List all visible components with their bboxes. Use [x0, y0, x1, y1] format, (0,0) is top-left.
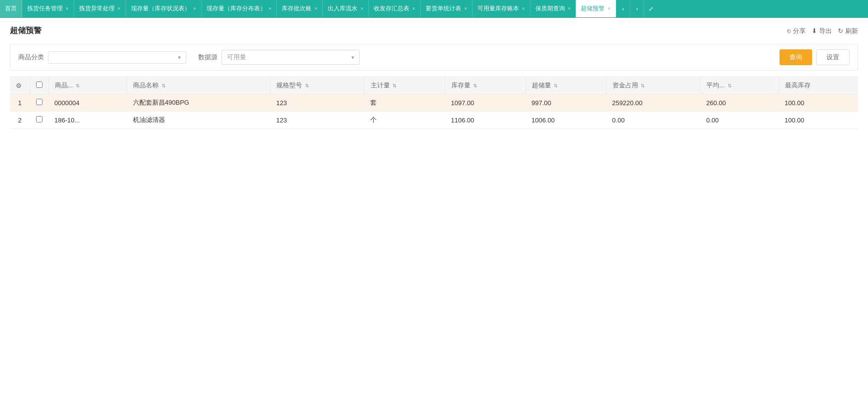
nav-tab-abnormal-label: 拣货异常处理	[79, 4, 115, 13]
nav-tab-stock-dist[interactable]: 现存量（库存分布表） ×	[202, 0, 277, 17]
nav-tab-home-label: 首页	[5, 4, 17, 13]
data-table: ⚙ 商品... ⇅ 商品名称 ⇅ 规格型号 ⇅ 主计量	[10, 77, 858, 129]
category-select[interactable]: ▾	[48, 51, 186, 64]
sort-icon: ⇅	[162, 83, 166, 88]
close-icon[interactable]: ×	[314, 6, 317, 11]
nav-arrow-expand[interactable]: ⤢	[644, 0, 657, 17]
row-stock: 1106.00	[445, 112, 525, 129]
gear-icon: ⚙	[16, 82, 22, 89]
sort-icon: ⇅	[305, 83, 309, 88]
filter-row: 商品分类 ▾ 数据源 可用量 ▾ 查询 设置	[10, 44, 858, 71]
row-capital: 259220.00	[606, 94, 700, 112]
close-icon[interactable]: ×	[360, 6, 363, 11]
col-product-name-label: 商品名称	[133, 81, 159, 89]
nav-tab-available[interactable]: 可用量库存账本 ×	[473, 0, 530, 17]
row-capital: 0.00	[606, 112, 700, 129]
nav-tab-stock-status-label: 现存量（库存状况表）	[131, 4, 190, 13]
nav-tab-collect[interactable]: 收发存汇总表 ×	[369, 0, 421, 17]
nav-tab-overstock[interactable]: 超储预警 ×	[576, 0, 616, 17]
row-checkbox-cell[interactable]	[30, 112, 48, 129]
nav-arrow-right[interactable]: ›	[630, 0, 644, 17]
row-overstock: 997.00	[525, 94, 606, 112]
col-overstock-label: 超储量	[532, 81, 551, 89]
col-unit[interactable]: 主计量 ⇅	[364, 77, 445, 94]
close-icon[interactable]: ×	[522, 6, 525, 11]
row-number: 2	[10, 112, 30, 129]
row-checkbox-cell[interactable]	[30, 94, 48, 112]
nav-tab-abnormal[interactable]: 拣货异常处理 ×	[74, 0, 126, 17]
row-spec: 123	[270, 112, 364, 129]
chevron-down-icon-2: ▾	[351, 54, 354, 61]
close-icon[interactable]: ×	[464, 6, 467, 11]
nav-tab-home[interactable]: 首页	[0, 0, 22, 17]
nav-tab-quality-label: 保质期查询	[535, 4, 565, 13]
filter-category: 商品分类 ▾	[18, 51, 186, 64]
nav-tab-quality[interactable]: 保质期查询 ×	[530, 0, 576, 17]
close-icon[interactable]: ×	[412, 6, 415, 11]
table-header-row: ⚙ 商品... ⇅ 商品名称 ⇅ 规格型号 ⇅ 主计量	[10, 77, 858, 94]
col-avg-label: 平均...	[706, 81, 725, 89]
nav-tab-overstock-label: 超储预警	[581, 4, 605, 13]
nav-tab-available-label: 可用量库存账本	[477, 4, 519, 13]
nav-tab-batch-label: 库存批次账	[282, 4, 311, 13]
sort-icon: ⇅	[728, 83, 732, 88]
top-nav: 首页 拣货任务管理 × 拣货异常处理 × 现存量（库存状况表） × 现存量（库存…	[0, 0, 868, 18]
sort-icon: ⇅	[76, 83, 80, 88]
export-button[interactable]: ⬇ 导出	[812, 27, 832, 36]
nav-tab-task-mgmt[interactable]: 拣货任务管理 ×	[22, 0, 74, 17]
sort-icon: ⇅	[392, 83, 396, 88]
settings-button[interactable]: 设置	[816, 49, 850, 65]
nav-tab-inout-flow[interactable]: 出入库流水 ×	[323, 0, 369, 17]
row-max-stock: 100.00	[779, 94, 858, 112]
page-title: 超储预警	[10, 26, 42, 36]
row-checkbox[interactable]	[36, 116, 43, 122]
col-stock[interactable]: 库存量 ⇅	[445, 77, 525, 94]
row-overstock: 1006.00	[525, 112, 606, 129]
col-stock-label: 库存量	[451, 81, 471, 89]
col-gear[interactable]: ⚙	[10, 77, 30, 94]
nav-arrow-left[interactable]: ‹	[616, 0, 630, 17]
nav-tab-collect-label: 收发存汇总表	[374, 4, 409, 13]
row-unit: 个	[364, 112, 445, 129]
col-product-code-label: 商品...	[55, 81, 73, 89]
row-spec: 123	[270, 94, 364, 112]
filter-actions: 查询 设置	[780, 49, 850, 65]
close-icon[interactable]: ×	[269, 6, 272, 11]
nav-tab-task-mgmt-label: 拣货任务管理	[27, 4, 63, 13]
col-capital-label: 资金占用	[612, 81, 638, 89]
nav-tab-stock-status[interactable]: 现存量（库存状况表） ×	[126, 0, 202, 17]
row-avg: 0.00	[700, 112, 779, 129]
nav-tab-order-stat[interactable]: 要货单统计表 ×	[421, 0, 473, 17]
col-capital[interactable]: 资金占用 ⇅	[606, 77, 700, 94]
select-all-checkbox[interactable]	[36, 81, 43, 88]
close-icon[interactable]: ×	[66, 6, 69, 11]
close-icon[interactable]: ×	[118, 6, 121, 11]
datasource-select[interactable]: 可用量 ▾	[221, 50, 360, 65]
header-actions: ⎋ 分享 ⬇ 导出 ↻ 刷新	[787, 27, 858, 36]
col-overstock[interactable]: 超储量 ⇅	[525, 77, 606, 94]
nav-tab-inout-flow-label: 出入库流水	[328, 4, 357, 13]
export-icon: ⬇	[812, 27, 817, 35]
nav-tab-batch[interactable]: 库存批次账 ×	[277, 0, 323, 17]
col-product-code[interactable]: 商品... ⇅	[48, 77, 127, 94]
row-product-code: 186-10...	[48, 112, 127, 129]
close-icon[interactable]: ×	[568, 6, 571, 11]
close-icon[interactable]: ×	[608, 6, 610, 11]
close-icon[interactable]: ×	[193, 6, 196, 11]
refresh-button[interactable]: ↻ 刷新	[838, 27, 858, 36]
col-avg[interactable]: 平均... ⇅	[700, 77, 779, 94]
refresh-icon: ↻	[838, 27, 843, 35]
share-button[interactable]: ⎋ 分享	[787, 27, 806, 36]
col-checkbox-header[interactable]	[30, 77, 48, 94]
refresh-label: 刷新	[845, 27, 858, 36]
query-button[interactable]: 查询	[780, 49, 812, 65]
row-number: 1	[10, 94, 30, 112]
share-label: 分享	[793, 27, 806, 36]
row-product-name: 机油滤清器	[127, 112, 270, 129]
category-label: 商品分类	[18, 53, 44, 62]
col-max-stock[interactable]: 最高库存	[779, 77, 858, 94]
col-spec-label: 规格型号	[276, 81, 302, 89]
col-spec[interactable]: 规格型号 ⇅	[270, 77, 364, 94]
col-product-name[interactable]: 商品名称 ⇅	[127, 77, 270, 94]
row-checkbox[interactable]	[36, 99, 43, 105]
